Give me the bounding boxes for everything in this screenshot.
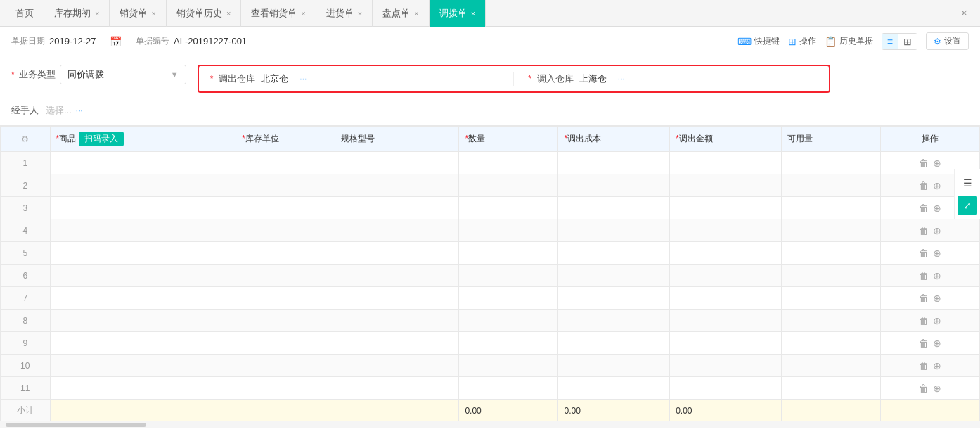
settings-button[interactable]: ⚙ 设置 bbox=[926, 32, 969, 50]
scan-button[interactable]: 扫码录入 bbox=[79, 132, 124, 146]
tab-view-sales[interactable]: 查看销货单 × bbox=[241, 0, 316, 27]
delete-icon[interactable]: 🗑 bbox=[919, 338, 929, 349]
delete-icon[interactable]: 🗑 bbox=[919, 315, 929, 326]
close-tab-inventory-init[interactable]: × bbox=[95, 9, 99, 18]
copy-icon[interactable]: ⊕ bbox=[933, 203, 941, 214]
unit-cell[interactable] bbox=[236, 355, 335, 377]
delete-icon[interactable]: 🗑 bbox=[919, 270, 929, 281]
product-cell[interactable] bbox=[50, 355, 236, 377]
unit-cell[interactable] bbox=[236, 174, 335, 197]
delete-icon[interactable]: 🗑 bbox=[919, 225, 929, 236]
tab-transfer[interactable]: 调拨单 × bbox=[430, 0, 486, 27]
tab-inventory-init[interactable]: 库存期初 × bbox=[44, 0, 110, 27]
delete-icon[interactable]: 🗑 bbox=[919, 203, 929, 214]
close-tab-view-sales[interactable]: × bbox=[301, 9, 305, 18]
spec-cell[interactable] bbox=[335, 152, 459, 174]
cost-cell[interactable] bbox=[558, 355, 670, 377]
amount-cell[interactable] bbox=[670, 219, 782, 242]
cost-cell[interactable] bbox=[558, 219, 670, 242]
in-warehouse-more-btn[interactable]: ··· bbox=[618, 74, 625, 84]
product-cell[interactable] bbox=[50, 310, 236, 332]
qty-cell[interactable] bbox=[459, 355, 558, 377]
tab-home[interactable]: 首页 bbox=[6, 0, 44, 27]
delete-icon[interactable]: 🗑 bbox=[919, 293, 929, 304]
qty-cell[interactable] bbox=[459, 310, 558, 332]
business-type-dropdown[interactable]: 同价调拨 ▼ bbox=[60, 65, 186, 84]
close-tab-transfer[interactable]: × bbox=[471, 9, 475, 18]
history-btn[interactable]: 📋 历史单据 bbox=[825, 35, 873, 47]
copy-icon[interactable]: ⊕ bbox=[933, 158, 941, 169]
copy-icon[interactable]: ⊕ bbox=[933, 293, 941, 304]
product-cell[interactable] bbox=[50, 152, 236, 174]
amount-cell[interactable] bbox=[670, 152, 782, 174]
close-tab-sales-order[interactable]: × bbox=[151, 9, 155, 18]
spec-cell[interactable] bbox=[335, 332, 459, 355]
shortcut-btn[interactable]: ⌨ 快捷键 bbox=[737, 35, 780, 47]
spec-cell[interactable] bbox=[335, 355, 459, 377]
close-tab-purchase[interactable]: × bbox=[358, 9, 362, 18]
product-cell[interactable] bbox=[50, 197, 236, 219]
product-cell[interactable] bbox=[50, 265, 236, 287]
close-all-tabs-button[interactable]: × bbox=[954, 7, 974, 20]
spec-cell[interactable] bbox=[335, 265, 459, 287]
spec-cell[interactable] bbox=[335, 219, 459, 242]
qty-cell[interactable] bbox=[459, 332, 558, 355]
qty-cell[interactable] bbox=[459, 265, 558, 287]
layout-list-btn[interactable]: ≡ bbox=[882, 34, 898, 49]
person-select[interactable]: 选择... ··· bbox=[46, 104, 83, 117]
amount-cell[interactable] bbox=[670, 242, 782, 265]
copy-icon[interactable]: ⊕ bbox=[933, 315, 941, 326]
close-tab-sales-history[interactable]: × bbox=[226, 9, 231, 18]
amount-cell[interactable] bbox=[670, 332, 782, 355]
delete-icon[interactable]: 🗑 bbox=[919, 360, 929, 371]
tab-inventory[interactable]: 盘点单 × bbox=[373, 0, 429, 27]
product-cell[interactable] bbox=[50, 287, 236, 310]
spec-cell[interactable] bbox=[335, 174, 459, 197]
tab-sales-order[interactable]: 销货单 × bbox=[110, 0, 166, 27]
amount-cell[interactable] bbox=[670, 287, 782, 310]
unit-cell[interactable] bbox=[236, 310, 335, 332]
sidebar-expand-icon[interactable]: ⤢ bbox=[958, 196, 977, 215]
unit-cell[interactable] bbox=[236, 287, 335, 310]
spec-cell[interactable] bbox=[335, 310, 459, 332]
cost-cell[interactable] bbox=[558, 332, 670, 355]
delete-icon[interactable]: 🗑 bbox=[919, 158, 929, 169]
qty-cell[interactable] bbox=[459, 174, 558, 197]
copy-icon[interactable]: ⊕ bbox=[933, 270, 941, 281]
cost-cell[interactable] bbox=[558, 174, 670, 197]
unit-cell[interactable] bbox=[236, 242, 335, 265]
cost-cell[interactable] bbox=[558, 287, 670, 310]
product-cell[interactable] bbox=[50, 242, 236, 265]
delete-icon[interactable]: 🗑 bbox=[919, 248, 929, 259]
qty-cell[interactable] bbox=[459, 219, 558, 242]
copy-icon[interactable]: ⊕ bbox=[933, 360, 941, 371]
person-more-btn[interactable]: ··· bbox=[76, 106, 83, 115]
copy-icon[interactable]: ⊕ bbox=[933, 338, 941, 349]
amount-cell[interactable] bbox=[670, 197, 782, 219]
spec-cell[interactable] bbox=[335, 287, 459, 310]
unit-cell[interactable] bbox=[236, 197, 335, 219]
copy-icon[interactable]: ⊕ bbox=[933, 225, 941, 236]
col-settings-header[interactable]: ⚙ bbox=[1, 127, 51, 152]
qty-cell[interactable] bbox=[459, 197, 558, 219]
unit-cell[interactable] bbox=[236, 219, 335, 242]
operation-btn[interactable]: ⊞ 操作 bbox=[788, 35, 816, 47]
unit-cell[interactable] bbox=[236, 332, 335, 355]
qty-cell[interactable] bbox=[459, 152, 558, 174]
product-cell[interactable] bbox=[50, 332, 236, 355]
copy-icon[interactable]: ⊕ bbox=[933, 383, 941, 394]
cost-cell[interactable] bbox=[558, 242, 670, 265]
unit-cell[interactable] bbox=[236, 265, 335, 287]
amount-cell[interactable] bbox=[670, 355, 782, 377]
out-warehouse-more-btn[interactable]: ··· bbox=[299, 74, 307, 84]
amount-cell[interactable] bbox=[670, 174, 782, 197]
cost-cell[interactable] bbox=[558, 265, 670, 287]
product-cell[interactable] bbox=[50, 174, 236, 197]
calendar-icon[interactable]: 📅 bbox=[110, 36, 122, 47]
delete-icon[interactable]: 🗑 bbox=[919, 383, 929, 394]
layout-grid-btn[interactable]: ⊞ bbox=[898, 34, 917, 49]
scroll-bar[interactable] bbox=[0, 421, 980, 428]
tab-purchase[interactable]: 进货单 × bbox=[316, 0, 373, 27]
spec-cell[interactable] bbox=[335, 242, 459, 265]
unit-cell[interactable] bbox=[236, 152, 335, 174]
